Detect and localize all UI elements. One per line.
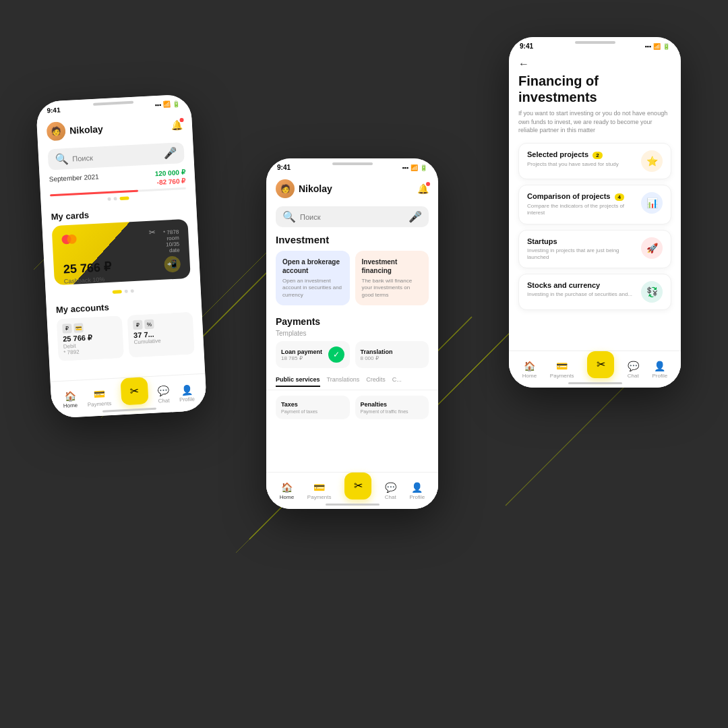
payment-translation[interactable]: Translation 8 000 ₽ — [355, 341, 429, 368]
phone-middle: 9:41 ▪▪▪ 📶 🔋 🧑 Nikolay 🔔 🔍 🎤 — [266, 158, 438, 509]
signal-icon-m: ▪▪▪ — [402, 164, 408, 171]
investment-cards: Open a brokerage account Open an investm… — [266, 251, 438, 305]
scissors-icon: ✂ — [149, 227, 156, 237]
tab-more[interactable]: C... — [392, 376, 402, 387]
tab-translations[interactable]: Translations — [327, 376, 360, 387]
nav-chat-label-left: Chat — [158, 397, 169, 404]
bell-icon-left[interactable]: 🔔 — [171, 119, 183, 131]
account-debit[interactable]: ₽ 💳 25 766 ₽ Debit * 7892 — [57, 315, 124, 361]
fc-comparison-title: Comparison of projects 4 — [527, 192, 641, 201]
nav-payments-label-middle: Payments — [307, 494, 332, 500]
nav-fab-right[interactable]: ✂ — [587, 351, 614, 378]
nav-home-label-right: Home — [522, 373, 537, 379]
user-header-middle: 🧑 Nikolay 🔔 — [266, 174, 438, 204]
payment-translation-info: Translation 8 000 ₽ — [361, 348, 393, 361]
home-icon-middle: 🏠 — [281, 482, 293, 493]
fc-selected-badge: 2 — [593, 152, 602, 159]
nav-profile-label-middle: Profile — [409, 494, 425, 500]
card-container: * 7878 room 10/35 date 25 766 ₽ Cashback… — [42, 218, 200, 286]
search-bar-middle[interactable]: 🔍 🎤 — [276, 206, 429, 227]
fc-startups-title: Startups — [527, 237, 641, 245]
nav-home-middle[interactable]: 🏠 Home — [280, 482, 294, 500]
search-icon-middle: 🔍 — [282, 210, 296, 223]
nav-profile-right[interactable]: 👤 Profile — [652, 361, 667, 379]
nav-home-label-middle: Home — [280, 494, 294, 500]
profile-icon-left: 👤 — [181, 384, 193, 395]
bell-icon-middle[interactable]: 🔔 — [417, 183, 429, 194]
nav-home-left[interactable]: 🏠 Home — [63, 390, 78, 408]
payment2-amount: 8 000 ₽ — [361, 355, 393, 361]
nav-profile-label-right: Profile — [652, 373, 667, 379]
bottom-nav-left: 🏠 Home 💳 Payments ✂ 💬 Chat 👤 Profile — [51, 373, 208, 419]
back-button[interactable]: ← — [509, 53, 681, 73]
avatar-img-left: 🧑 — [46, 121, 65, 141]
financing-card-stocks[interactable]: Stocks and currency Investing in the pur… — [518, 274, 671, 310]
payment2-name: Translation — [361, 348, 393, 355]
card-icon: 💳 — [73, 323, 84, 333]
tab-credits[interactable]: Credits — [366, 376, 386, 387]
accounts-row: ₽ 💳 25 766 ₽ Debit * 7892 ₽ % 37 7... Cu… — [47, 311, 204, 362]
nav-chat-left[interactable]: 💬 Chat — [157, 385, 169, 404]
avatar-middle: 🧑 — [276, 179, 295, 198]
financing-card-comparison[interactable]: Comparison of projects 4 Compare the ind… — [518, 185, 671, 224]
wifi-icon: 📶 — [163, 100, 171, 108]
nav-fab-left[interactable]: ✂ — [120, 377, 148, 405]
nav-home-right[interactable]: 🏠 Home — [522, 361, 537, 379]
chat-icon-middle: 💬 — [385, 482, 396, 493]
profile-icon-middle: 👤 — [411, 482, 423, 493]
search-bar-left[interactable]: 🔍 🎤 — [48, 142, 185, 171]
payments-icon-right: 💳 — [556, 361, 568, 371]
status-icons-middle: ▪▪▪ 📶 🔋 — [402, 164, 427, 171]
mastercard-logo — [61, 234, 77, 245]
startups-icon: 🚀 — [641, 237, 663, 259]
stocks-icon: 💱 — [641, 281, 663, 303]
service-taxes[interactable]: Taxes Payment of taxes — [276, 396, 350, 419]
service1-desc: Payment of taxes — [281, 409, 344, 414]
percent-icon: % — [144, 320, 154, 330]
dot3-active — [119, 196, 129, 200]
account-cumulative-icons: ₽ % — [133, 317, 188, 330]
nav-profile-label-left: Profile — [179, 396, 195, 402]
nav-payments-left[interactable]: 💳 Payments — [87, 388, 112, 408]
inv-card-brokerage[interactable]: Open a brokerage account Open an investm… — [276, 251, 350, 305]
search-input-left[interactable] — [72, 150, 160, 162]
home-icon-left: 🏠 — [64, 390, 76, 401]
nav-chat-middle[interactable]: 💬 Chat — [385, 482, 396, 500]
fc-stocks-desc: Investing in the purchase of securities … — [527, 291, 632, 298]
dot2 — [113, 197, 117, 200]
home-icon-right: 🏠 — [524, 361, 535, 371]
nav-payments-middle[interactable]: 💳 Payments — [307, 482, 332, 500]
signal-icon: ▪▪▪ — [154, 101, 161, 108]
templates-label: Templates — [266, 328, 438, 341]
service-penalties[interactable]: Penalties Payment of traffic fines — [355, 396, 429, 419]
mic-icon-left[interactable]: 🎤 — [164, 146, 178, 160]
inv-card2-title: Investment financing — [362, 257, 423, 275]
phone-middle-screen: 9:41 ▪▪▪ 📶 🔋 🧑 Nikolay 🔔 🔍 🎤 — [266, 158, 438, 509]
account-cumulative[interactable]: ₽ % 37 7... Cumulative — [127, 312, 195, 358]
payments-title: Payments — [266, 313, 438, 328]
nav-payments-right[interactable]: 💳 Payments — [550, 361, 574, 379]
time-left: 9:41 — [47, 106, 61, 114]
phone-left: 9:41 ▪▪▪ 📶 🔋 🧑 Nikolay 🔔 🔍 🎤 — [36, 94, 207, 418]
inv-card-financing[interactable]: Investment financing The bank will finan… — [355, 251, 429, 305]
fc-startups-desc: Investing in projects that are just bein… — [527, 247, 641, 262]
financing-card-selected[interactable]: Selected projects 2 Projects that you ha… — [518, 143, 671, 179]
nav-profile-left[interactable]: 👤 Profile — [179, 384, 195, 402]
inv-card1-title: Open a brokerage account — [282, 257, 343, 275]
nav-fab-middle[interactable]: ✂ — [344, 473, 371, 499]
nav-chat-right[interactable]: 💬 Chat — [628, 361, 639, 379]
phone-right-screen: 9:41 ▪▪▪ 📶 🔋 ← Financing of investments … — [509, 37, 681, 388]
tab-public-services[interactable]: Public services — [276, 376, 320, 387]
service2-name: Penalties — [361, 401, 424, 408]
nav-profile-middle[interactable]: 👤 Profile — [409, 482, 425, 500]
mic-icon-middle[interactable]: 🎤 — [408, 210, 422, 223]
monthly-limit: 120 000 ₽ — [154, 169, 185, 177]
selected-icon: ⭐ — [641, 150, 663, 172]
payments-icon-middle: 💳 — [313, 482, 325, 493]
payment-loan[interactable]: Loan payment 18 785 ₽ ✓ — [276, 341, 350, 368]
credit-card[interactable]: * 7878 room 10/35 date 25 766 ₽ Cashback… — [52, 219, 191, 285]
financing-card-startups[interactable]: Startups Investing in projects that are … — [518, 230, 671, 269]
service2-desc: Payment of traffic fines — [361, 409, 424, 414]
search-input-middle[interactable] — [300, 213, 404, 221]
service1-name: Taxes — [281, 401, 344, 408]
